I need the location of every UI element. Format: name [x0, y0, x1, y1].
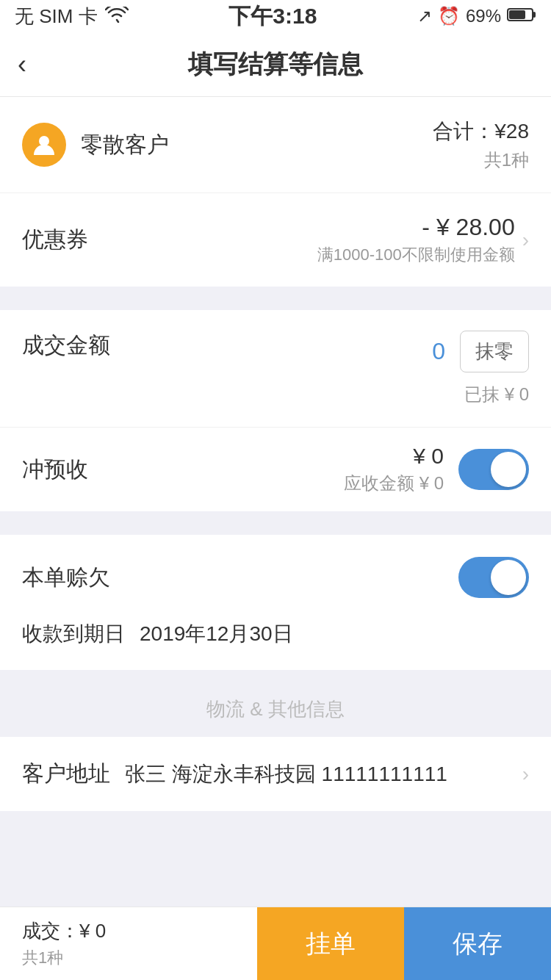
status-right: ↗ ⏰ 69%: [417, 6, 536, 26]
bottom-info: 成交：¥ 0 共1种: [0, 918, 257, 969]
due-date-label: 收款到期日: [22, 620, 125, 648]
debt-section: 本单赊欠 收款到期日 2019年12月30日: [0, 535, 551, 670]
advance-receivable: 应收金额 ¥ 0: [344, 472, 444, 495]
deal-row: 成交金额 0 抹零 已抹 ¥ 0: [0, 310, 551, 427]
deal-right: 0 抹零: [432, 331, 529, 372]
bottom-deal-row: 成交：¥ 0: [22, 918, 235, 944]
svg-point-3: [39, 136, 49, 146]
customer-total: 合计：¥28: [433, 118, 529, 145]
advance-label: 冲预收: [22, 455, 88, 485]
deal-label: 成交金额: [22, 331, 110, 361]
advance-toggle[interactable]: [458, 449, 529, 490]
wifi-icon: [105, 5, 129, 28]
coupon-right: - ¥ 28.00 满1000-100不限制使用金额 ›: [317, 214, 529, 266]
debt-row: 本单赊欠: [0, 535, 551, 620]
customer-name: 零散客户: [81, 130, 169, 160]
address-section: 客户地址 张三 海淀永丰科技园 11111111111 ›: [0, 737, 551, 811]
page-title: 填写结算等信息: [188, 48, 363, 82]
coupon-text: - ¥ 28.00 满1000-100不限制使用金额: [317, 214, 515, 266]
status-left: 无 SIM 卡: [15, 4, 129, 29]
section-divider-2: [0, 523, 551, 535]
bottom-deal-amount: ¥ 0: [79, 920, 106, 942]
sim-text: 无 SIM 卡: [15, 4, 98, 29]
hang-button[interactable]: 挂单: [257, 907, 404, 981]
status-bar: 无 SIM 卡 下午3:18 ↗ ⏰ 69%: [0, 0, 551, 32]
customer-left: 零散客户: [22, 123, 169, 167]
toggle-knob: [491, 452, 526, 487]
bottom-count: 共1种: [22, 947, 235, 969]
advance-amounts: ¥ 0 应收金额 ¥ 0: [344, 444, 444, 495]
content-wrapper: 零散客户 合计：¥28 共1种 优惠券 - ¥ 28.00 满1000-100不…: [0, 97, 551, 980]
logistics-title: 物流 & 其他信息: [206, 698, 345, 720]
section-divider-3: [0, 670, 551, 682]
logistics-header: 物流 & 其他信息: [0, 682, 551, 737]
debt-toggle[interactable]: [458, 557, 529, 598]
alarm-icon: ⏰: [438, 6, 460, 26]
coupon-discount: - ¥ 28.00: [317, 214, 515, 241]
bottom-bar: 成交：¥ 0 共1种 挂单 保存: [0, 907, 551, 980]
deal-section: 成交金额 0 抹零 已抹 ¥ 0 冲预收 ¥ 0 应收金额 ¥ 0: [0, 310, 551, 511]
address-label: 客户地址: [22, 759, 110, 789]
back-button[interactable]: ‹: [18, 49, 26, 80]
coupon-label: 优惠券: [22, 225, 88, 255]
advance-row: 冲预收 ¥ 0 应收金额 ¥ 0: [0, 427, 551, 511]
direction-icon: ↗: [417, 6, 432, 26]
debt-label: 本单赊欠: [22, 563, 110, 593]
round-zero-button[interactable]: 抹零: [460, 331, 529, 372]
customer-row: 零散客户 合计：¥28 共1种: [0, 97, 551, 192]
address-row[interactable]: 客户地址 张三 海淀永丰科技园 11111111111 ›: [0, 737, 551, 811]
status-time: 下午3:18: [228, 1, 317, 32]
due-date-row: 收款到期日 2019年12月30日: [0, 620, 551, 670]
save-button[interactable]: 保存: [404, 907, 551, 981]
battery-text: 69%: [466, 6, 501, 26]
svg-rect-2: [509, 10, 525, 19]
due-date-value: 2019年12月30日: [140, 620, 293, 648]
avatar: [22, 123, 66, 167]
customer-count: 共1种: [433, 148, 529, 172]
chevron-right-icon: ›: [522, 228, 529, 252]
battery-icon: [507, 6, 536, 26]
coupon-row[interactable]: 优惠券 - ¥ 28.00 满1000-100不限制使用金额 ›: [0, 192, 551, 287]
coupon-description: 满1000-100不限制使用金额: [317, 244, 515, 266]
deal-amount: 0: [432, 338, 445, 365]
debt-toggle-knob: [491, 560, 526, 595]
deal-sub-text: 已抹 ¥ 0: [464, 383, 529, 406]
advance-right: ¥ 0 应收金额 ¥ 0: [344, 444, 529, 495]
bottom-deal-label: 成交：: [22, 920, 79, 942]
customer-total-area: 合计：¥28 共1种: [433, 118, 529, 172]
address-chevron-icon: ›: [522, 763, 529, 786]
nav-bar: ‹ 填写结算等信息: [0, 32, 551, 97]
address-value: 张三 海淀永丰科技园 11111111111: [125, 760, 515, 788]
customer-section: 零散客户 合计：¥28 共1种 优惠券 - ¥ 28.00 满1000-100不…: [0, 97, 551, 287]
svg-rect-1: [533, 12, 536, 18]
section-divider-1: [0, 298, 551, 310]
advance-amount: ¥ 0: [344, 444, 444, 469]
